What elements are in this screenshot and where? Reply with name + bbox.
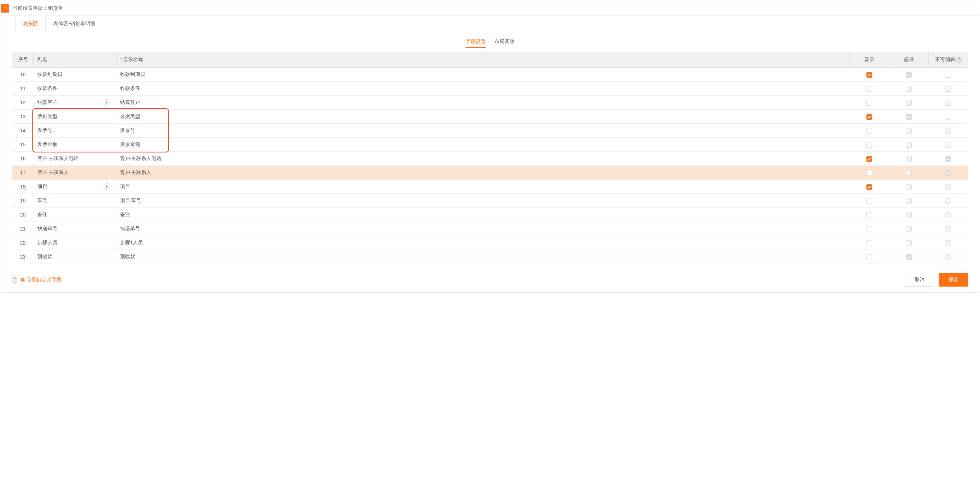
show-checkbox[interactable]	[866, 212, 872, 218]
th-show: 显示	[850, 52, 889, 68]
locked-checkbox	[945, 198, 951, 204]
required-asterisk: *	[120, 56, 122, 62]
field-name-label: 结算客户	[37, 99, 57, 106]
cell-display-name[interactable]: 快递单号	[116, 222, 850, 236]
show-checkbox[interactable]	[866, 226, 872, 232]
required-checkbox	[906, 212, 912, 218]
show-checkbox[interactable]	[866, 156, 872, 162]
locked-checkbox	[945, 128, 951, 134]
cell-locked	[929, 96, 968, 110]
th-locked-label: 不可编辑	[935, 56, 955, 62]
cell-display-name[interactable]: 客户.主联系人电话	[116, 152, 850, 166]
cell-display-name[interactable]: 收款条件	[116, 82, 850, 96]
help-icon[interactable]: ?	[956, 57, 962, 62]
field-name-label: 车号	[37, 197, 48, 204]
show-checkbox[interactable]	[866, 86, 872, 92]
cell-seq: 23	[12, 250, 34, 264]
cell-locked	[929, 208, 968, 222]
th-display-name: *显示名称	[116, 52, 850, 68]
manage-custom-fields-label: 管理自定义字段	[27, 277, 62, 283]
show-checkbox[interactable]	[866, 128, 872, 134]
th-locked: 不可编辑?	[929, 52, 968, 68]
cell-locked	[929, 250, 968, 264]
locked-checkbox[interactable]	[945, 114, 951, 120]
cell-show	[850, 68, 889, 82]
cancel-button[interactable]: 取消	[905, 273, 934, 287]
cell-display-name[interactable]: 收款到期日	[116, 68, 850, 82]
cell-locked	[929, 68, 968, 82]
question-icon[interactable]: ?	[12, 277, 17, 283]
cell-required	[889, 152, 929, 166]
cell-seq: 20	[12, 208, 34, 222]
required-checkbox	[906, 86, 912, 92]
cell-seq: 13	[12, 110, 34, 124]
field-name-label: 快递单号	[37, 226, 57, 232]
cell-display-name[interactable]: 发票号	[116, 124, 850, 138]
cell-required	[889, 138, 929, 152]
cell-show	[850, 236, 889, 250]
cell-display-name[interactable]: 客户.主联系人	[116, 166, 850, 180]
plus-icon[interactable]: +	[103, 183, 110, 190]
cell-locked	[929, 180, 968, 194]
table-row: 11收款条件收款条件	[12, 82, 968, 96]
cell-required	[889, 124, 929, 138]
table-row: 21快递单号快递单号	[12, 222, 968, 236]
header-title: 当前设置单据：销货单	[13, 5, 63, 11]
field-name-label: 客户.主联系人	[37, 169, 69, 176]
cell-name: 客户.主联系人	[34, 166, 116, 180]
footer-bar: ? 管理自定义字段 取消 保存	[1, 267, 979, 292]
cell-name: 客户.主联系人电话	[34, 152, 116, 166]
tab-1[interactable]: 表体区-销货单明细	[46, 16, 103, 31]
table-row: 18项目+项目	[12, 180, 968, 194]
cell-display-name[interactable]: 预收款	[116, 250, 850, 264]
cell-display-name[interactable]: 结算客户	[116, 96, 850, 110]
cell-required	[889, 166, 929, 180]
show-checkbox[interactable]	[866, 170, 872, 176]
cell-locked	[929, 236, 968, 250]
save-button[interactable]: 保存	[939, 273, 968, 287]
table-row: 17客户.主联系人客户.主联系人	[12, 166, 968, 180]
cell-show	[850, 152, 889, 166]
show-checkbox[interactable]	[866, 198, 872, 204]
cell-name: 项目+	[34, 180, 116, 194]
cell-display-name[interactable]: 项目.车号	[116, 194, 850, 208]
show-checkbox[interactable]	[866, 114, 872, 120]
cell-name: 快递单号	[34, 222, 116, 236]
show-checkbox[interactable]	[866, 254, 872, 260]
locked-checkbox	[945, 142, 951, 148]
cell-display-name[interactable]: 发票金额	[116, 138, 850, 152]
table-row: 13票据类型票据类型	[12, 110, 968, 124]
locked-checkbox	[945, 86, 951, 92]
required-checkbox	[906, 156, 912, 162]
show-checkbox[interactable]	[866, 72, 872, 78]
show-checkbox[interactable]	[866, 100, 872, 106]
cell-required	[889, 68, 929, 82]
cell-show	[850, 222, 889, 236]
tab-0[interactable]: 表头区	[16, 16, 46, 31]
locked-checkbox[interactable]	[945, 72, 951, 78]
cell-display-name[interactable]: 备注	[116, 208, 850, 222]
expand-toggle-button[interactable]	[1, 4, 9, 13]
show-checkbox[interactable]	[866, 142, 872, 148]
cell-display-name[interactable]: 票据类型	[116, 110, 850, 124]
manage-custom-fields-link[interactable]: 管理自定义字段	[20, 277, 62, 283]
cell-name: 票据类型	[34, 110, 116, 124]
subtab-1[interactable]: 布局调整	[494, 36, 514, 48]
cell-name: 收款到期日	[34, 68, 116, 82]
plus-icon[interactable]: +	[103, 99, 110, 106]
show-checkbox[interactable]	[866, 240, 872, 246]
field-name-label: 备注	[37, 212, 48, 218]
field-name-label: 客户.主联系人电话	[37, 155, 79, 162]
subtab-0[interactable]: 字段设置	[466, 36, 486, 48]
field-name-label: 发票金额	[37, 141, 57, 148]
cell-display-name[interactable]: 步骤1人员	[116, 236, 850, 250]
cell-locked	[929, 152, 968, 166]
sub-tabs: 字段设置布局调整	[1, 31, 979, 48]
cell-name: 结算客户+	[34, 96, 116, 110]
th-name: 列名	[34, 52, 116, 68]
cell-required	[889, 96, 929, 110]
required-checkbox	[906, 128, 912, 134]
field-name-label: 步骤人员	[37, 239, 57, 246]
cell-display-name[interactable]: 项目	[116, 180, 850, 194]
show-checkbox[interactable]	[866, 184, 872, 190]
